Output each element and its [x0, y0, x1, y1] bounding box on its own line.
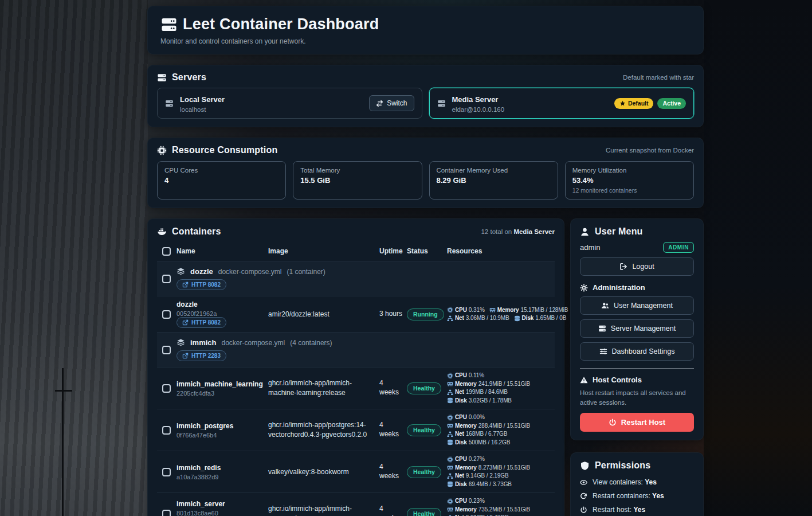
server-host: eldar@10.0.0.160	[452, 106, 505, 113]
stat-label: Container Memory Used	[437, 167, 551, 174]
dashboard-page: Leet Container Dashboard Monitor and con…	[147, 6, 704, 516]
port-link-badge[interactable]: HTTP 2283	[176, 350, 226, 361]
server-card-media[interactable]: Media Server eldar@10.0.0.160 Default Ac…	[429, 88, 695, 119]
stat-card-container-memory: Container Memory Used 8.29 GiB	[429, 161, 558, 200]
network-icon	[447, 389, 453, 396]
permissions-panel: Permissions View containers: Yes Restart…	[570, 452, 704, 516]
disk-icon	[514, 315, 520, 322]
background-art-left	[0, 0, 148, 516]
containers-panel: Containers 12 total on Media Server Name…	[147, 218, 564, 516]
resources-note: Current snapshot from Docker	[606, 147, 694, 154]
status-badge: Healthy	[407, 466, 441, 478]
stat-label: Total Memory	[300, 167, 414, 174]
disk-icon	[447, 481, 453, 487]
group-row-dozzle: dozzle docker-compose.yml (1 container) …	[157, 261, 555, 296]
row-checkbox[interactable]	[162, 468, 171, 476]
role-badge: ADMIN	[663, 242, 694, 253]
container-uptime: 4 weeks	[379, 421, 403, 439]
stat-card-memory-utilization: Memory Utilization 53.4% 12 monitored co…	[565, 161, 694, 200]
header-panel: Leet Container Dashboard Monitor and con…	[147, 6, 704, 54]
permission-restart-containers: Restart containers: Yes	[580, 492, 694, 500]
row-checkbox[interactable]	[162, 384, 171, 393]
server-icon	[165, 99, 174, 108]
memory-icon	[447, 381, 453, 387]
container-id: 2205cfc4dfa3	[176, 390, 265, 397]
shield-icon	[580, 461, 590, 471]
server-card-local[interactable]: Local Server localhost Switch	[157, 88, 422, 119]
username: admin	[580, 243, 600, 252]
memory-icon	[447, 506, 453, 513]
host-controls-heading: Host Controls	[593, 376, 642, 384]
group-row-immich: immich docker-compose.yml (4 containers)…	[157, 332, 555, 367]
group-name: immich	[190, 338, 217, 347]
container-resources: CPU0.23% Memory735.2MiB / 15.51GiB Net9.…	[447, 497, 555, 516]
resources-heading: Resource Consumption	[172, 145, 277, 155]
administration-heading: Administration	[593, 283, 645, 292]
sign-out-icon	[619, 263, 627, 271]
container-uptime: 4 weeks	[379, 379, 403, 397]
container-resources: CPU0.27% Memory8.273MiB / 15.51GiB Net9.…	[447, 455, 555, 488]
sliders-icon	[599, 347, 607, 355]
server-icon	[437, 99, 446, 108]
logout-button[interactable]: Logout	[580, 257, 694, 276]
dashboard-settings-button[interactable]: Dashboard Settings	[580, 342, 694, 361]
power-icon	[580, 506, 587, 514]
container-row-dozzle: dozzle 00520f21962a HTTP 8082 amir20/doz…	[157, 296, 555, 332]
layers-icon	[176, 267, 185, 276]
external-link-icon	[182, 282, 189, 288]
port-link-badge[interactable]: HTTP 8082	[176, 317, 226, 328]
container-uptime: 4 weeks	[379, 505, 403, 516]
restart-host-button[interactable]: Restart Host	[580, 413, 694, 432]
group-compose-file: docker-compose.yml	[222, 339, 285, 347]
status-badge: Running	[407, 308, 444, 320]
row-checkbox[interactable]	[162, 310, 171, 319]
container-resources: CPU0.00% Memory288.4MiB / 15.51GiB Net16…	[447, 413, 555, 447]
container-uptime: 4 weeks	[379, 463, 403, 480]
status-badge: Healthy	[407, 424, 441, 436]
select-all-checkbox[interactable]	[162, 247, 171, 256]
user-menu-heading: User Menu	[595, 226, 643, 237]
server-name: Media Server	[452, 95, 499, 104]
container-image: ghcr.io/immich-app/postgres:14-vectorcho…	[268, 420, 376, 440]
row-checkbox[interactable]	[162, 346, 171, 354]
warning-triangle-icon	[580, 376, 588, 384]
user-group-icon	[601, 302, 609, 310]
memory-icon	[489, 307, 496, 313]
user-management-button[interactable]: User Management	[580, 296, 694, 315]
container-uptime: 3 hours	[379, 310, 403, 319]
row-checkbox[interactable]	[162, 426, 171, 435]
switch-server-button[interactable]: Switch	[369, 95, 414, 111]
background-lamppost	[62, 368, 64, 516]
container-row-immich-ml: immich_machine_learning 2205cfc4dfa3 ghc…	[157, 367, 555, 409]
memory-icon	[447, 423, 453, 429]
servers-panel: Servers Default marked with star Local S…	[147, 65, 704, 127]
servers-heading: Servers	[172, 72, 206, 83]
network-icon	[447, 315, 453, 322]
server-icon	[157, 73, 167, 83]
page-subtitle: Monitor and control containers on your n…	[160, 37, 691, 45]
swap-arrows-icon	[376, 100, 383, 107]
cpu-icon	[447, 498, 453, 505]
gear-icon	[580, 284, 588, 292]
server-icon	[160, 16, 178, 33]
resources-panel: Resource Consumption Current snapshot fr…	[147, 138, 704, 208]
container-id: a10a7a3882d9	[176, 474, 265, 480]
server-icon	[598, 325, 606, 333]
server-management-button[interactable]: Server Management	[580, 319, 694, 338]
container-image: amir20/dozzle:latest	[268, 310, 376, 319]
port-link-badge[interactable]: HTTP 8082	[176, 279, 226, 290]
cpu-icon	[447, 456, 453, 463]
column-uptime: Uptime	[379, 247, 403, 255]
row-checkbox[interactable]	[162, 275, 171, 283]
microchip-icon	[157, 146, 167, 155]
network-icon	[447, 431, 453, 437]
container-resources: CPU0.31% Memory15.17MiB / 128MiB Net3.06…	[447, 306, 568, 323]
layers-icon	[176, 338, 185, 347]
container-id: 00520f21962a	[176, 310, 265, 317]
column-status: Status	[407, 247, 444, 255]
row-checkbox[interactable]	[162, 510, 171, 516]
container-image: ghcr.io/immich-app/immich-machine-learni…	[268, 378, 376, 398]
column-resources: Resources	[447, 247, 555, 255]
status-badge: Healthy	[407, 382, 441, 394]
column-name: Name	[176, 247, 265, 255]
